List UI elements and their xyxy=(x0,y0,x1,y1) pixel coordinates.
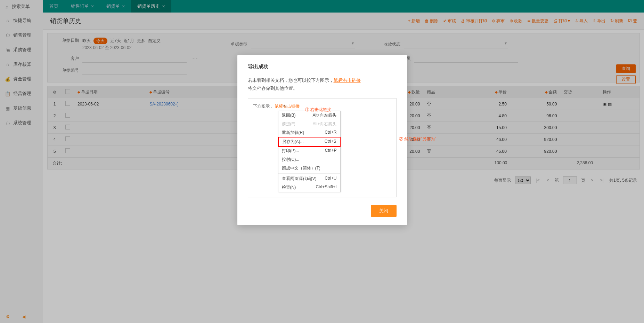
right-click-link[interactable]: 鼠标右击链接 xyxy=(334,78,361,83)
cursor-icon: ↖ xyxy=(283,103,287,109)
annotation-2: ② 然后选择"另存为" xyxy=(399,136,437,142)
annotation-1: ① 右击此链接 xyxy=(305,107,331,113)
demo-link: 鼠标右击链接 xyxy=(275,103,300,109)
ctx-item: 重新加载(R)Ctrl+R xyxy=(278,128,340,137)
ctx-item: 查看网页源代码(V)Ctrl+U xyxy=(278,173,340,183)
ctx-item: 前进(F)Alt+向右箭头 xyxy=(278,120,340,128)
export-success-modal: 导出成功 若未看到相关文档，您也可以按下方图示，鼠标右击链接 将文档存储到其他位… xyxy=(237,55,407,225)
ctx-item: 投射(C)... xyxy=(278,155,340,164)
ctx-item: 打印(P)...Ctrl+P xyxy=(278,147,340,155)
close-button[interactable]: 关闭 xyxy=(371,205,397,217)
modal-title: 导出成功 xyxy=(248,63,397,70)
instruction-image: 下方图示，鼠标右击链接 ↖ ① 右击此链接 返回(B)Alt+向左箭头前进(F)… xyxy=(248,98,397,197)
ctx-item: 另存为(A)...Ctrl+S xyxy=(278,137,341,147)
ctx-item: 检查(N)Ctrl+Shift+I xyxy=(278,183,340,192)
modal-description: 若未看到相关文档，您也可以按下方图示，鼠标右击链接 将文档存储到其他位置。 xyxy=(248,76,397,93)
context-menu: 返回(B)Alt+向左箭头前进(F)Alt+向右箭头重新加载(R)Ctrl+R另… xyxy=(278,111,341,192)
ctx-item: 翻成中文（简体）(T) xyxy=(278,164,340,173)
modal-overlay[interactable]: 导出成功 若未看到相关文档，您也可以按下方图示，鼠标右击链接 将文档存储到其他位… xyxy=(0,0,644,323)
